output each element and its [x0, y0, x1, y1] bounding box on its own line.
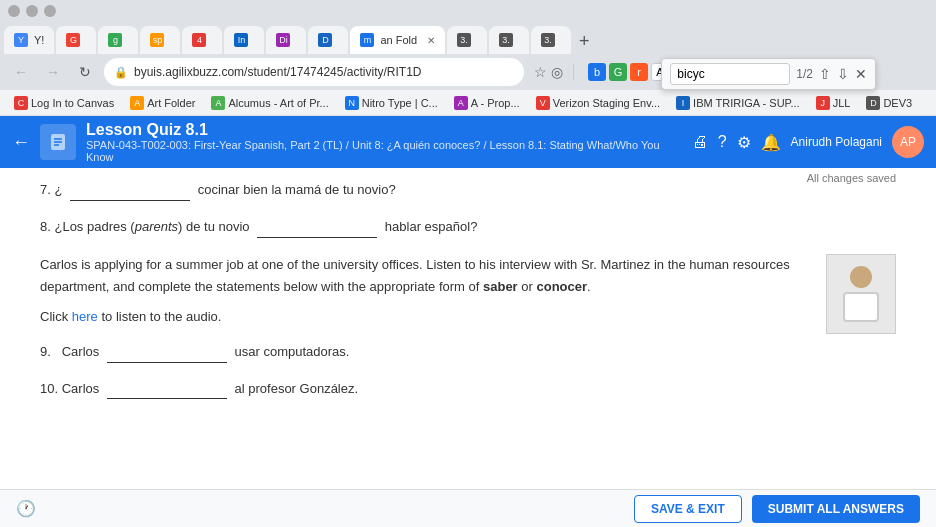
- browser-tab[interactable]: 3.: [489, 26, 529, 54]
- question-8: 8. ¿Los padres (parents) de tu novio hab…: [40, 217, 896, 238]
- help-icon[interactable]: ?: [718, 133, 727, 151]
- find-input[interactable]: [670, 63, 790, 85]
- footer: 🕐 SAVE & EXIT SUBMIT ALL ANSWERS: [0, 489, 936, 527]
- new-tab-button[interactable]: +: [573, 31, 596, 52]
- forward-button[interactable]: →: [40, 59, 66, 85]
- q7-blank[interactable]: [70, 183, 190, 201]
- tab-favicon: 4: [192, 33, 206, 47]
- browser-tab[interactable]: g: [98, 26, 138, 54]
- bookmark-label: Nitro Type | C...: [362, 97, 438, 109]
- header-title-area: Lesson Quiz 8.1 SPAN-043-T002-003: First…: [86, 121, 682, 163]
- header-title: Lesson Quiz 8.1: [86, 121, 682, 139]
- audio-link[interactable]: here: [72, 309, 98, 324]
- question-9-text: 9. Carlos usar computadoras.: [40, 344, 349, 359]
- print-icon[interactable]: 🖨: [692, 133, 708, 151]
- ext-icon[interactable]: G: [609, 63, 627, 81]
- or-word: or: [521, 279, 533, 294]
- bookmark-favicon: A: [130, 96, 144, 110]
- bookmark-verizon[interactable]: V Verizon Staging Env...: [530, 94, 666, 112]
- browser-tab[interactable]: D: [308, 26, 348, 54]
- q9-blank[interactable]: [107, 345, 227, 363]
- browser-tab-active[interactable]: m an Fold ✕: [350, 26, 445, 54]
- footer-right: SAVE & EXIT SUBMIT ALL ANSWERS: [634, 495, 920, 523]
- content-area: All changes saved 7. ¿ cocinar bien la m…: [0, 168, 936, 427]
- q10-blank[interactable]: [107, 381, 227, 399]
- bookmark-art-folder[interactable]: A Art Folder: [124, 94, 201, 112]
- question-7: 7. ¿ cocinar bien la mamá de tu novio?: [40, 180, 896, 201]
- bookmark-icon[interactable]: ☆: [534, 64, 547, 80]
- browser-tab[interactable]: G: [56, 26, 96, 54]
- window-control-dot[interactable]: [26, 5, 38, 17]
- browser-tab[interactable]: 4: [182, 26, 222, 54]
- browser-tab[interactable]: 3.: [531, 26, 571, 54]
- tab-favicon: 3.: [499, 33, 513, 47]
- tab-close-button[interactable]: ✕: [427, 35, 435, 46]
- address-bar[interactable]: 🔒 byuis.agilixbuzz.com/student/17474245/…: [104, 58, 524, 86]
- bookmark-alcumus[interactable]: A Alcumus - Art of Pr...: [205, 94, 334, 112]
- bookmark-ibm[interactable]: I IBM TRIRIGA - SUP...: [670, 94, 806, 112]
- bookmark-favicon: V: [536, 96, 550, 110]
- bookmark-favicon: N: [345, 96, 359, 110]
- ext-icon[interactable]: b: [588, 63, 606, 81]
- header-back-button[interactable]: ←: [12, 132, 30, 153]
- tab-favicon: Y: [14, 33, 28, 47]
- clock-icon[interactable]: 🕐: [16, 499, 36, 518]
- bookmark-nitro[interactable]: N Nitro Type | C...: [339, 94, 444, 112]
- find-prev-button[interactable]: ⇧: [819, 66, 831, 82]
- bookmark-label: Alcumus - Art of Pr...: [228, 97, 328, 109]
- settings-icon[interactable]: ⚙: [737, 133, 751, 152]
- tab-favicon: G: [66, 33, 80, 47]
- back-button[interactable]: ←: [8, 59, 34, 85]
- bookmark-favicon: A: [211, 96, 225, 110]
- main-content: All changes saved 7. ¿ cocinar bien la m…: [0, 168, 936, 489]
- audio-click-prompt: Click here to listen to the audio.: [40, 306, 896, 328]
- tab-label: an Fold: [380, 34, 417, 46]
- user-avatar[interactable]: AP: [892, 126, 924, 158]
- person-image: [826, 254, 896, 334]
- notification-icon[interactable]: 🔔: [761, 133, 781, 152]
- window-control-dot[interactable]: [8, 5, 20, 17]
- browser-tab[interactable]: 3.: [447, 26, 487, 54]
- bookmark-favicon: A: [454, 96, 468, 110]
- bookmark-dev3[interactable]: D DEV3: [860, 94, 918, 112]
- browser-chrome-top: [0, 0, 936, 22]
- address-text: byuis.agilixbuzz.com/student/17474245/ac…: [134, 65, 514, 79]
- person-body: [843, 292, 879, 322]
- person-head: [850, 266, 872, 288]
- find-close-button[interactable]: ✕: [855, 66, 867, 82]
- footer-left: 🕐: [16, 499, 36, 518]
- security-lock-icon: 🔒: [114, 66, 128, 79]
- find-next-button[interactable]: ⇩: [837, 66, 849, 82]
- reload-button[interactable]: ↻: [72, 59, 98, 85]
- share-icon[interactable]: ◎: [551, 64, 563, 80]
- window-control-dot[interactable]: [44, 5, 56, 17]
- q9-label: Carlos: [62, 344, 100, 359]
- q8-text-after: hablar español?: [385, 219, 478, 234]
- q9-text-after: usar computadoras.: [235, 344, 350, 359]
- tab-favicon: 3.: [541, 33, 555, 47]
- question-10: 10. Carlos al profesor González.: [40, 379, 896, 400]
- header-breadcrumb: SPAN-043-T002-003: First-Year Spanish, P…: [86, 139, 682, 163]
- audio-prompt: Click: [40, 309, 68, 324]
- bookmark-jll[interactable]: J JLL: [810, 94, 857, 112]
- tab-bar: Y Y! G g sp 4 In Di D m an Fold ✕ 3. 3. …: [0, 22, 936, 54]
- autosave-status: All changes saved: [807, 172, 896, 184]
- bookmark-favicon: D: [866, 96, 880, 110]
- ext-icon[interactable]: r: [630, 63, 648, 81]
- tab-favicon: In: [234, 33, 248, 47]
- submit-button[interactable]: SUBMIT ALL ANSWERS: [752, 495, 920, 523]
- browser-tab[interactable]: In: [224, 26, 264, 54]
- bookmark-canvas[interactable]: C Log In to Canvas: [8, 94, 120, 112]
- q8-blank[interactable]: [257, 220, 377, 238]
- document-icon: [48, 132, 68, 152]
- tab-favicon: m: [360, 33, 374, 47]
- browser-tab[interactable]: Di: [266, 26, 306, 54]
- header-actions: 🖨 ? ⚙ 🔔 Anirudh Polagani AP: [692, 126, 924, 158]
- browser-tab[interactable]: Y Y!: [4, 26, 54, 54]
- browser-tab[interactable]: sp: [140, 26, 180, 54]
- q9-text-before: [54, 344, 58, 359]
- saber-word: saber: [483, 279, 518, 294]
- question-8-text: 8. ¿Los padres (parents) de tu novio hab…: [40, 219, 477, 234]
- save-exit-button[interactable]: SAVE & EXIT: [634, 495, 742, 523]
- bookmark-prop[interactable]: A A - Prop...: [448, 94, 526, 112]
